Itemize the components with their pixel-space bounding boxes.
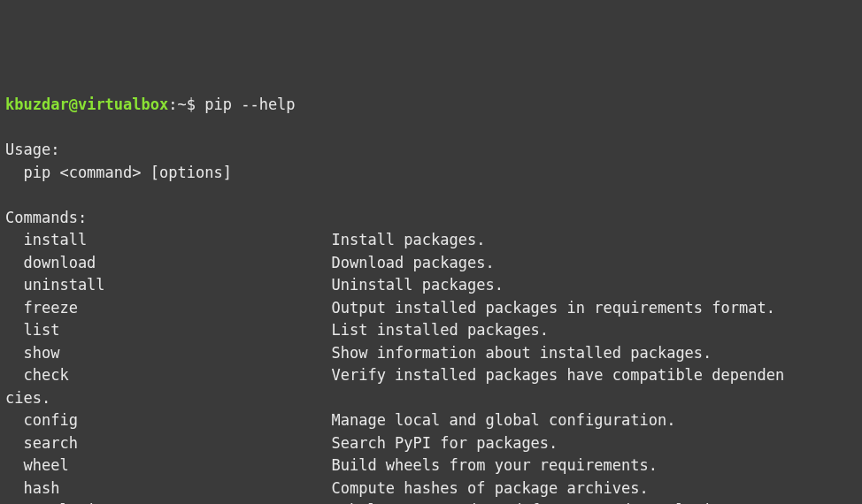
prompt-path: :~$ [168, 95, 196, 113]
cmd-wheel: wheelBuild wheels from your requirements… [5, 454, 857, 477]
cmd-search: searchSearch PyPI for packages. [5, 432, 857, 455]
cmd-install: installInstall packages. [5, 229, 857, 252]
prompt-host: virtualbox [78, 95, 168, 113]
cmd-list: listList installed packages. [5, 319, 857, 342]
cmd-freeze: freezeOutput installed packages in requi… [5, 297, 857, 320]
cmd-hash: hashCompute hashes of package archives. [5, 477, 857, 500]
prompt-line: kbuzdar@virtualbox:~$ pip --help [5, 95, 296, 113]
prompt-user: kbuzdar [5, 95, 69, 113]
usage-header: Usage: [5, 141, 59, 158]
prompt-at: @ [69, 95, 78, 113]
command-input: pip --help [204, 95, 295, 113]
usage-line: pip <command> [options] [5, 164, 232, 181]
terminal-window[interactable]: kbuzdar@virtualbox:~$ pip --help Usage: … [5, 94, 857, 504]
output-block: Usage: pip <command> [options] Commands:… [5, 141, 857, 504]
cmd-download: downloadDownload packages. [5, 252, 857, 275]
cmd-check-wrap: cies. [5, 387, 857, 410]
cmd-completion: completionA helper command used for comm… [5, 500, 857, 504]
cmd-uninstall: uninstallUninstall packages. [5, 274, 857, 297]
commands-header: Commands: [5, 209, 87, 226]
cmd-show: showShow information about installed pac… [5, 342, 857, 365]
cmd-check: checkVerify installed packages have comp… [5, 364, 857, 387]
cmd-config: configManage local and global configurat… [5, 409, 857, 432]
